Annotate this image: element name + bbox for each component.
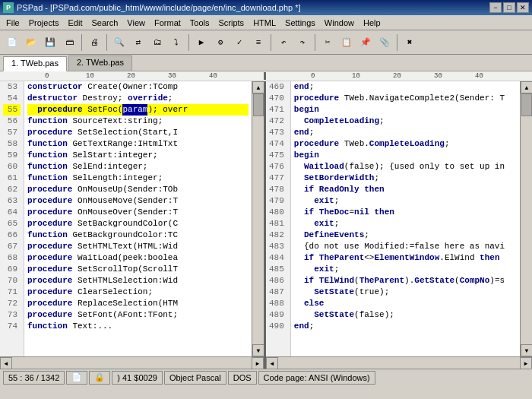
paste-plain-button[interactable]: 📎 (375, 33, 394, 52)
print-button[interactable]: 🖨 (85, 33, 103, 52)
status-col: ) 41 $0029 (112, 371, 163, 385)
menu-help[interactable]: Help (359, 17, 385, 29)
left-line-num-65: 65 (3, 218, 21, 230)
right-code-line-488: else (294, 298, 517, 309)
menu-window[interactable]: Window (320, 17, 359, 29)
left-hscroll-right[interactable]: ► (252, 357, 264, 369)
menu-view[interactable]: View (122, 17, 150, 29)
left-scroll-down[interactable]: ▼ (252, 344, 264, 356)
toolbar-sep-4 (271, 34, 271, 51)
right-line-num-471: 471 (269, 104, 287, 116)
left-code-area[interactable]: 5354555657585960616263646566676869707172… (0, 81, 264, 356)
right-code-line-473: end; (294, 127, 517, 138)
left-hscroll-left[interactable]: ◄ (0, 357, 12, 369)
right-line-num-472: 472 (269, 116, 287, 127)
right-code-line-469: end; (294, 81, 517, 93)
right-scroll-down[interactable]: ▼ (521, 344, 532, 356)
left-scroll-track[interactable] (252, 93, 264, 344)
right-code-area[interactable]: 4694704714724734744754764774784794804814… (266, 81, 532, 356)
undo-button[interactable]: ↶ (274, 33, 293, 52)
left-hscroll[interactable]: ◄ ► (0, 356, 264, 369)
right-line-num-476: 476 (269, 161, 287, 173)
left-code-line-70: procedure SetHTMLSelection:Wid (27, 275, 249, 287)
left-line-num-60: 60 (3, 161, 21, 173)
right-code-line-474: procedure TWeb.CompleteLoading; (294, 138, 517, 150)
right-line-numbers: 4694704714724734744754764774784794804814… (266, 81, 291, 356)
right-code-line-475: begin (294, 150, 517, 161)
check-button[interactable]: ✓ (230, 33, 249, 52)
paste-button[interactable]: 📌 (356, 33, 375, 52)
title-bar-text: PSPad - [PSPad.com/public_html/www/inclu… (17, 3, 301, 12)
left-line-numbers: 5354555657585960616263646566676869707172… (0, 81, 24, 356)
menu-file[interactable]: File (2, 17, 24, 29)
menu-tools[interactable]: Tools (185, 17, 214, 29)
left-hscroll-track[interactable] (12, 357, 252, 369)
status-position: 55 : 36 / 1342 (3, 371, 65, 385)
right-hscroll-left[interactable]: ◄ (266, 357, 278, 369)
menu-scripts[interactable]: Scripts (214, 17, 249, 29)
goto-button[interactable]: ⤵ (167, 33, 185, 52)
find-in-files-button[interactable]: 🗂 (148, 33, 166, 52)
left-code-line-57: procedure SetSelection(Start,I (27, 127, 249, 138)
run-button[interactable]: ⚙ (211, 33, 230, 52)
close-button[interactable]: ✕ (517, 2, 529, 13)
right-hscroll[interactable]: ◄ ► (266, 356, 532, 369)
right-line-num-488: 488 (269, 298, 287, 309)
right-code-content[interactable]: end;procedure TWeb.NavigateComplete2(Sen… (291, 81, 520, 356)
right-code-line-480: if TheDoc=nil then (294, 207, 517, 218)
new-button[interactable]: 📄 (3, 33, 21, 52)
right-scroll-track[interactable] (521, 93, 532, 344)
menu-settings[interactable]: Settings (280, 17, 320, 29)
right-line-num-483: 483 (269, 241, 287, 252)
redo-button[interactable]: ↷ (293, 33, 312, 52)
save-button[interactable]: 💾 (41, 33, 59, 52)
left-scroll-up[interactable]: ▲ (252, 81, 264, 93)
tab-2[interactable]: 2. TWeb.pas (68, 55, 132, 71)
right-line-num-480: 480 (269, 207, 287, 218)
cut-button[interactable]: ✂ (318, 33, 337, 52)
compile-button[interactable]: ▶ (192, 33, 211, 52)
status-icon2: 🔒 (89, 371, 110, 385)
replace-button[interactable]: ⇄ (129, 33, 147, 52)
minimize-button[interactable]: − (489, 2, 502, 13)
tab-1[interactable]: 1. TWeb.pas (3, 56, 67, 71)
left-code-line-63: procedure OnMouseMove(Sender:T (27, 195, 249, 207)
save-all-button[interactable]: 🗃 (60, 33, 78, 52)
left-line-num-53: 53 (3, 81, 21, 93)
maximize-button[interactable]: □ (503, 2, 515, 13)
left-code-content[interactable]: constructor Create(Owner:TComp destructo… (24, 81, 252, 356)
right-code-line-472: CompleteLoading; (294, 116, 517, 127)
menu-projects[interactable]: Projects (24, 17, 64, 29)
close-doc-button[interactable]: ✖ (401, 33, 419, 52)
menu-format[interactable]: Format (150, 17, 185, 29)
left-code-line-53: constructor Create(Owner:TComp (27, 81, 249, 93)
open-button[interactable]: 📂 (22, 33, 40, 52)
menu-html[interactable]: HTML (249, 17, 280, 29)
menu-search[interactable]: Search (87, 17, 122, 29)
find-button[interactable]: 🔍 (110, 33, 128, 52)
right-line-num-469: 469 (269, 81, 287, 93)
left-vscroll[interactable]: ▲ ▼ (252, 81, 264, 356)
right-hscroll-right[interactable]: ► (520, 357, 532, 369)
right-vscroll[interactable]: ▲ ▼ (520, 81, 532, 356)
left-code-line-73: procedure SetFont(AFont:TFont; (27, 309, 249, 321)
right-line-num-479: 479 (269, 195, 287, 207)
copy-button[interactable]: 📋 (337, 33, 356, 52)
right-line-num-490: 490 (269, 321, 287, 332)
right-line-num-486: 486 (269, 275, 287, 287)
format-button[interactable]: ≡ (249, 33, 268, 52)
menu-edit[interactable]: Edit (63, 17, 87, 29)
left-scroll-thumb[interactable] (253, 93, 264, 116)
right-scroll-up[interactable]: ▲ (521, 81, 532, 93)
left-code-line-69: procedure SetScrollTop(ScrollT (27, 264, 249, 275)
left-line-num-62: 62 (3, 184, 21, 195)
right-scroll-thumb[interactable] (521, 93, 532, 116)
left-code-line-59: function SelStart:integer; (27, 150, 249, 161)
left-code-line-55: procedure SetFoc(param); overr (27, 104, 249, 116)
left-line-num-66: 66 (3, 230, 21, 241)
status-language: Object Pascal (164, 371, 226, 385)
toolbar-sep-6 (397, 34, 397, 51)
right-line-num-489: 489 (269, 309, 287, 321)
left-line-num-58: 58 (3, 138, 21, 150)
right-hscroll-track[interactable] (278, 357, 520, 369)
